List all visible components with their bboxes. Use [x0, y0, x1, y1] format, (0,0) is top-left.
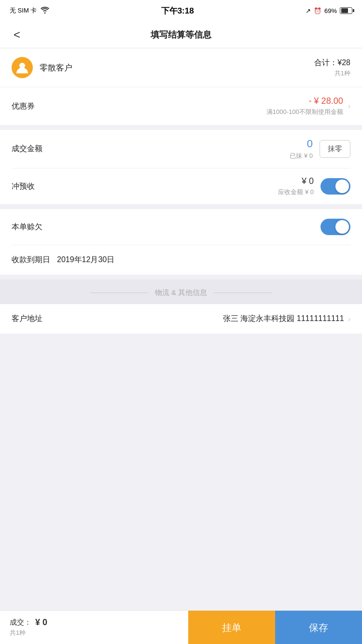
toggle-knob	[335, 180, 349, 193]
deal-amount-row: 成交金额 0 已抹 ¥ 0 抹零	[12, 130, 350, 168]
bottom-deal-label: 成交：	[10, 618, 31, 627]
prepayment-row: 冲预收 ¥ 0 应收金额 ¥ 0	[12, 168, 350, 204]
avatar	[12, 57, 33, 78]
back-button[interactable]: <	[10, 24, 24, 45]
address-row[interactable]: 客户地址 张三 海淀永丰科技园 11111111111 ›	[12, 304, 350, 334]
deal-amount-label: 成交金额	[12, 144, 42, 154]
deal-amount-col: 0 已抹 ¥ 0	[290, 138, 313, 160]
round-zero-button[interactable]: 抹零	[320, 140, 350, 158]
summary-count: 共1种	[314, 69, 350, 78]
nav-bar: < 填写结算等信息	[0, 21, 362, 48]
address-label: 客户地址	[12, 314, 42, 324]
bottom-info: 成交： ¥ 0 共1种	[0, 611, 188, 644]
location-icon: ↗	[306, 7, 311, 14]
bottom-bar: 成交： ¥ 0 共1种 挂单 保存	[0, 610, 362, 644]
debit-label: 本单赊欠	[12, 222, 42, 232]
summary-total: 合计：¥28	[314, 58, 350, 68]
customer-row: 零散客户 合计：¥28 共1种	[0, 48, 362, 87]
prepayment-col: ¥ 0 应收金额 ¥ 0	[278, 176, 314, 196]
customer-name: 零散客户	[40, 62, 72, 73]
coupon-label: 优惠券	[12, 101, 35, 112]
bottom-deal: 成交： ¥ 0	[10, 617, 179, 628]
pending-button[interactable]: 挂单	[188, 611, 275, 644]
customer-left: 零散客户	[12, 57, 72, 78]
empty-space	[0, 338, 362, 435]
coupon-amount: - ¥ 28.00	[266, 96, 343, 106]
deal-amount-section: 成交金额 0 已抹 ¥ 0 抹零 冲预收 ¥ 0 应收金额 ¥ 0	[0, 130, 362, 204]
wifi-icon	[41, 7, 49, 15]
divider-line: 物流 & 其他信息	[90, 288, 272, 297]
alarm-icon: ⏰	[314, 7, 321, 14]
prepayment-toggle[interactable]	[320, 178, 350, 195]
due-date-row: 收款到期日 2019年12月30日	[12, 245, 350, 275]
due-date-value[interactable]: 2019年12月30日	[57, 255, 114, 265]
customer-summary: 合计：¥28 共1种	[314, 58, 350, 78]
coupon-row[interactable]: 优惠券 - ¥ 28.00 满1000-100不限制使用金额 ›	[0, 87, 362, 125]
status-bar: 无 SIM 卡 下午3:18 ↗ ⏰ 69%	[0, 0, 362, 21]
address-section: 客户地址 张三 海淀永丰科技园 11111111111 ›	[0, 304, 362, 334]
debit-toggle-knob	[335, 220, 349, 234]
deal-amount-sub: 已抹 ¥ 0	[290, 152, 313, 160]
status-time: 下午3:18	[161, 5, 194, 16]
coupon-right: - ¥ 28.00 满1000-100不限制使用金额 ›	[266, 96, 350, 116]
deal-amount-right: 0 已抹 ¥ 0 抹零	[290, 138, 350, 160]
prepayment-label: 冲预收	[12, 182, 35, 192]
save-button[interactable]: 保存	[275, 611, 362, 644]
sim-status: 无 SIM 卡	[10, 6, 37, 15]
debit-toggle[interactable]	[320, 219, 350, 235]
address-chevron-icon: ›	[348, 315, 350, 323]
bottom-deal-amount: ¥ 0	[35, 617, 47, 628]
prepayment-amount: ¥ 0	[302, 176, 314, 186]
logistics-divider: 物流 & 其他信息	[0, 280, 362, 304]
chevron-right-icon: ›	[348, 102, 350, 111]
debit-section: 本单赊欠 收款到期日 2019年12月30日	[0, 209, 362, 275]
debit-row: 本单赊欠	[12, 209, 350, 245]
customer-section: 零散客户 合计：¥28 共1种 优惠券 - ¥ 28.00 满1000-100不…	[0, 48, 362, 125]
status-right: ↗ ⏰ 69%	[306, 7, 352, 14]
battery-percent: 69%	[324, 7, 337, 14]
prepayment-sub: 应收金额 ¥ 0	[278, 188, 314, 196]
bottom-count: 共1种	[10, 629, 179, 637]
coupon-desc: 满1000-100不限制使用金额	[266, 108, 343, 116]
due-date-label: 收款到期日	[12, 255, 50, 265]
logistics-label: 物流 & 其他信息	[155, 288, 207, 297]
coupon-info: - ¥ 28.00 满1000-100不限制使用金额	[266, 96, 343, 116]
deal-amount-value[interactable]: 0	[307, 138, 313, 150]
address-right: 张三 海淀永丰科技园 11111111111 ›	[223, 314, 350, 324]
battery-icon	[340, 7, 352, 14]
address-value: 张三 海淀永丰科技园 11111111111	[223, 314, 344, 324]
status-left: 无 SIM 卡	[10, 6, 49, 15]
page-title: 填写结算等信息	[151, 29, 211, 41]
prepayment-right: ¥ 0 应收金额 ¥ 0	[278, 176, 350, 196]
